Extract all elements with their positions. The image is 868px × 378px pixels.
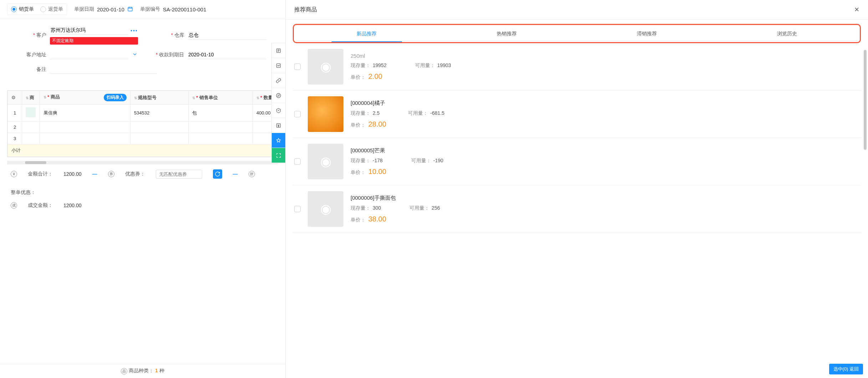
due-date-label: 收款到期日 [152,52,184,58]
recommend-item[interactable]: [0000004]橘子 现存量：2.5 可用量：-681.5 单价：28.00 [293,91,861,138]
doc-date-value[interactable]: 2020-01-10 [97,6,124,12]
radio-return-order[interactable]: 退货单 [40,6,63,12]
avail-value: -681.5 [430,110,444,116]
checkbox[interactable] [294,111,301,117]
stock-value: 300 [373,205,381,211]
tag-icon: 品 [121,368,127,374]
vertical-scrollbar[interactable] [864,50,867,150]
col-unit[interactable]: ⇅销售单位 [188,91,252,104]
radio-sales-order[interactable]: 销货单 [11,6,34,12]
subtotal-row: 小计 [8,144,278,157]
coupon-input[interactable] [156,170,202,179]
price-value: 2.00 [368,72,382,80]
cell-product[interactable] [40,133,131,144]
product-thumb [26,107,36,117]
refresh-button[interactable] [213,169,222,179]
recommend-item[interactable]: ◉ [0000006]手撕面包 现存量：300 可用量：256 单价：38.00 [293,185,861,233]
side-toolbar [271,43,286,163]
avail-value: 256 [432,205,440,211]
totals-bar: ¥ 金额合计： 1200.00 — 券 优惠券： — 折 整单优惠： [0,164,285,201]
table-row[interactable]: 3 [8,133,278,144]
kind-count: 1 [155,368,158,373]
checkbox[interactable] [294,158,301,165]
tool-receive-icon[interactable] [272,103,285,118]
tool-currency-icon[interactable] [272,118,285,133]
warehouse-input[interactable] [188,31,266,40]
panel-header: 推荐商品 ✕ [286,0,868,20]
close-icon[interactable]: ✕ [854,6,859,14]
svg-point-3 [276,93,281,98]
tool-expand-icon[interactable] [272,148,285,163]
due-date-field: 收款到期日 [152,50,266,59]
more-icon[interactable]: ••• [131,28,138,34]
address-input[interactable] [50,50,128,59]
tool-list-icon[interactable] [272,43,285,58]
stock-value: 2.5 [373,110,379,116]
doc-no-label: 单据编号 [140,6,160,12]
price-value: 10.00 [368,168,386,175]
tool-link-icon[interactable] [272,73,285,88]
coupon-icon: 券 [108,171,114,177]
radio-icon [40,6,46,12]
horizontal-scrollbar[interactable] [7,161,278,164]
doc-header: 销货单 退货单 单据日期 2020-01-10 单据编号 SA-20200110… [0,0,285,19]
currency-icon: ¥ [11,171,17,177]
due-date-input[interactable] [188,50,266,59]
remark-field: 备注 [14,65,157,74]
cell-spec[interactable] [130,122,188,133]
checkbox[interactable] [294,63,301,70]
warehouse-label: 仓库 [152,32,184,39]
chevron-down-icon[interactable] [132,51,138,58]
doc-no-field: 单据编号 SA-20200110-001 [140,6,206,12]
checkbox[interactable] [294,206,301,212]
cell-unit[interactable]: 包 [188,104,252,122]
line-items-table: ⚙ ⇅商 ⇅商品扫码录入 ⇅规格型号 ⇅销售单位 ⇅数量 1 果倍爽 53453… [7,90,278,157]
select-return-button[interactable]: 选中(0) 返回 [829,364,863,374]
recommend-list[interactable]: ◉ 250ml 现存量：19952 可用量：19903 单价：2.00 [000… [286,43,868,378]
tab-3[interactable]: 浏览历史 [717,27,857,42]
product-image [308,96,343,132]
customer-field: 客户 ••• 不固定账期 [14,26,138,45]
calendar-icon[interactable] [127,6,133,13]
product-image: ◉ [308,49,343,85]
cell-product[interactable]: 果倍爽 [40,104,131,122]
cell-spec[interactable] [130,133,188,144]
cell-spec[interactable]: 534532 [130,104,188,122]
radio-icon [11,6,17,12]
tool-chart-icon[interactable] [272,58,285,73]
recommend-item[interactable]: ◉ 250ml 现存量：19952 可用量：19903 单价：2.00 [293,43,861,91]
table-row[interactable]: 2 [8,122,278,133]
bottom-summary: 品 商品种类： 1 种 [0,364,285,378]
address-label: 客户地址 [14,52,46,58]
col-spec[interactable]: ⇅规格型号 [130,91,188,104]
tab-2[interactable]: 滞销推荐 [577,27,717,42]
tool-swap-icon[interactable] [272,88,285,103]
col-product[interactable]: ⇅商品扫码录入 [40,91,131,104]
cell-unit[interactable] [188,122,252,133]
gear-icon: ⚙ [11,95,16,100]
col-gear[interactable]: ⚙ [8,91,22,104]
deal-label: 成交金额： [28,202,53,209]
doc-date-label: 单据日期 [74,6,94,12]
stock-value: 19952 [373,62,387,68]
warehouse-field: 仓库 [152,26,266,45]
kind-label: 商品种类： [129,368,154,373]
item-name: [0000005]芒果 [351,147,859,154]
cell-product[interactable] [40,122,131,133]
tab-0[interactable]: 新品推荐 [297,27,437,42]
col-image[interactable]: ⇅商 [22,91,40,104]
tool-star-icon[interactable] [272,133,285,148]
bill-discount-label: 整单优惠： [11,189,36,196]
deal-value: 1200.00 [63,203,82,208]
table-row[interactable]: 1 果倍爽 534532 包 400.00 [8,104,278,122]
tab-1[interactable]: 热销推荐 [437,27,577,42]
remark-input[interactable] [50,65,157,74]
coupon-label: 优惠券： [125,171,145,177]
item-name: [0000004]橘子 [351,100,859,107]
scan-input-button[interactable]: 扫码录入 [104,94,127,101]
cell-unit[interactable] [188,133,252,144]
recommend-item[interactable]: ◉ [0000005]芒果 现存量：-178 可用量：-190 单价：10.00 [293,138,861,185]
customer-label: 客户 [14,32,46,39]
customer-input[interactable] [50,26,128,35]
radio-return-label: 退货单 [48,6,63,12]
